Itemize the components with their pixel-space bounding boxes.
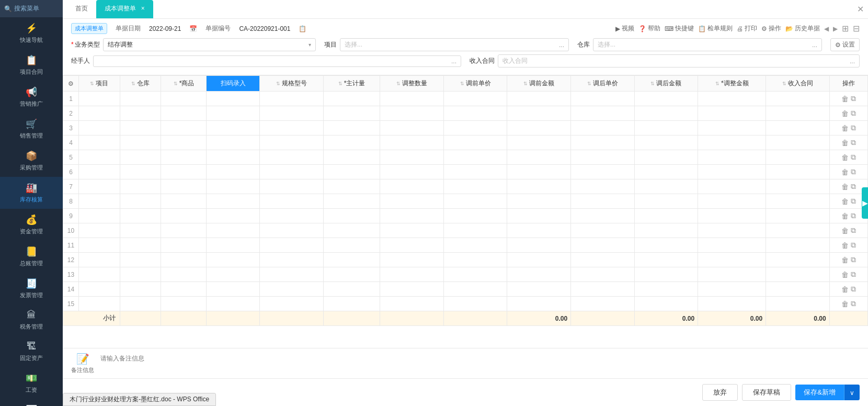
- table-cell[interactable]: [260, 121, 324, 136]
- table-cell[interactable]: [698, 282, 766, 297]
- table-cell[interactable]: [207, 92, 260, 106]
- table-cell[interactable]: [634, 136, 698, 150]
- table-cell[interactable]: [634, 92, 698, 106]
- table-cell[interactable]: [260, 238, 324, 253]
- table-cell[interactable]: [698, 238, 766, 253]
- table-cell[interactable]: [161, 92, 207, 106]
- table-cell[interactable]: [507, 179, 571, 194]
- table-cell[interactable]: [698, 150, 766, 165]
- sidebar-item-sales-promo[interactable]: 📢 营销推广: [0, 81, 63, 113]
- delete-icon[interactable]: 🗑: [841, 95, 849, 103]
- table-cell[interactable]: [634, 238, 698, 253]
- sidebar-item-fixed-assets[interactable]: 🏗 固定资产: [0, 336, 63, 367]
- table-cell[interactable]: [161, 136, 207, 150]
- table-cell[interactable]: [161, 253, 207, 267]
- save-draft-button[interactable]: 保存草稿: [742, 384, 791, 401]
- table-cell[interactable]: [79, 165, 120, 179]
- table-cell[interactable]: [571, 150, 635, 165]
- table-cell[interactable]: [634, 297, 698, 311]
- table-cell[interactable]: [571, 238, 635, 253]
- table-cell[interactable]: [571, 223, 635, 238]
- table-cell[interactable]: [698, 92, 766, 106]
- table-cell[interactable]: [443, 297, 507, 311]
- delete-icon[interactable]: 🗑: [841, 197, 849, 206]
- right-panel-indicator[interactable]: ▶: [862, 187, 868, 219]
- table-cell[interactable]: [79, 121, 120, 136]
- table-cell[interactable]: [323, 209, 380, 223]
- table-cell[interactable]: [571, 282, 635, 297]
- table-cell[interactable]: [120, 209, 161, 223]
- table-cell[interactable]: [443, 165, 507, 179]
- table-cell[interactable]: [634, 223, 698, 238]
- table-cell[interactable]: [260, 136, 324, 150]
- table-cell[interactable]: [120, 253, 161, 267]
- action-btn[interactable]: ⚙ 操作: [761, 24, 781, 33]
- table-cell[interactable]: [260, 106, 324, 121]
- delete-icon[interactable]: 🗑: [841, 124, 849, 132]
- table-cell[interactable]: [443, 267, 507, 282]
- table-cell[interactable]: [323, 297, 380, 311]
- table-cell[interactable]: [161, 179, 207, 194]
- delete-icon[interactable]: 🗑: [841, 153, 849, 162]
- table-cell[interactable]: [120, 106, 161, 121]
- table-cell[interactable]: [443, 106, 507, 121]
- copy-row-icon[interactable]: ⧉: [851, 285, 856, 294]
- table-cell[interactable]: [634, 165, 698, 179]
- agent-input[interactable]: ...: [93, 55, 461, 67]
- table-cell[interactable]: [79, 179, 120, 194]
- copy-row-icon[interactable]: ⧉: [851, 123, 856, 132]
- view-btn[interactable]: ▶ 视频: [615, 24, 634, 33]
- table-cell[interactable]: [380, 165, 444, 179]
- search-menu-btn[interactable]: 🔍 搜索菜单: [0, 0, 63, 17]
- save-more-button[interactable]: ∨: [844, 385, 860, 400]
- table-cell[interactable]: [120, 179, 161, 194]
- table-cell[interactable]: [571, 179, 635, 194]
- table-cell[interactable]: [161, 209, 207, 223]
- table-cell[interactable]: [161, 150, 207, 165]
- copy-row-icon[interactable]: ⧉: [851, 182, 856, 191]
- table-cell[interactable]: [766, 267, 830, 282]
- project-input[interactable]: 选择... ...: [340, 38, 569, 51]
- table-cell[interactable]: [79, 238, 120, 253]
- table-cell[interactable]: [634, 282, 698, 297]
- delete-icon[interactable]: 🗑: [841, 285, 849, 294]
- table-cell[interactable]: [507, 136, 571, 150]
- table-cell[interactable]: [766, 121, 830, 136]
- table-cell[interactable]: [120, 150, 161, 165]
- table-cell[interactable]: [323, 106, 380, 121]
- table-cell[interactable]: [323, 194, 380, 209]
- table-cell[interactable]: [698, 165, 766, 179]
- table-cell[interactable]: [207, 238, 260, 253]
- copy-row-icon[interactable]: ⧉: [851, 167, 856, 176]
- print-btn[interactable]: 🖨 打印: [737, 24, 757, 33]
- table-cell[interactable]: [507, 106, 571, 121]
- table-cell[interactable]: [161, 297, 207, 311]
- copy-row-icon[interactable]: ⧉: [851, 153, 856, 162]
- table-cell[interactable]: [443, 150, 507, 165]
- table-cell[interactable]: [260, 150, 324, 165]
- table-cell[interactable]: [380, 297, 444, 311]
- table-cell[interactable]: [323, 253, 380, 267]
- table-cell[interactable]: [380, 194, 444, 209]
- table-cell[interactable]: [698, 106, 766, 121]
- table-cell[interactable]: [766, 297, 830, 311]
- table-cell[interactable]: [207, 282, 260, 297]
- table-cell[interactable]: [766, 179, 830, 194]
- biz-type-input[interactable]: 结存调整 ▾: [103, 38, 316, 51]
- table-cell[interactable]: [323, 282, 380, 297]
- delete-icon[interactable]: 🗑: [841, 168, 849, 176]
- table-cell[interactable]: [571, 209, 635, 223]
- table-cell[interactable]: [260, 282, 324, 297]
- table-cell[interactable]: [698, 121, 766, 136]
- table-cell[interactable]: [766, 165, 830, 179]
- table-cell[interactable]: [698, 194, 766, 209]
- nav-prev-icon[interactable]: ◀: [824, 25, 829, 32]
- table-cell[interactable]: [571, 165, 635, 179]
- table-cell[interactable]: [380, 209, 444, 223]
- table-cell[interactable]: [766, 194, 830, 209]
- table-cell[interactable]: [120, 267, 161, 282]
- nav-next-icon[interactable]: ▶: [833, 25, 838, 32]
- table-cell[interactable]: [507, 194, 571, 209]
- table-cell[interactable]: [79, 106, 120, 121]
- table-cell[interactable]: [260, 165, 324, 179]
